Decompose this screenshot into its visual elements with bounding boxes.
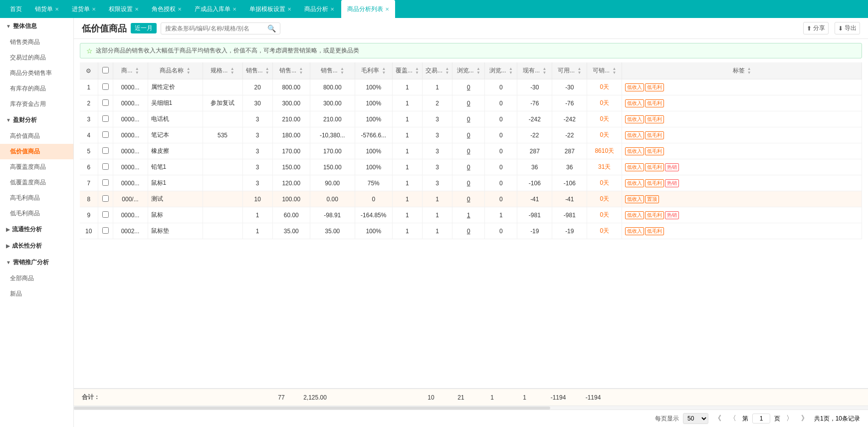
sidebar-item-category-sales-rate[interactable]: 商品分类销售率: [0, 65, 73, 81]
sidebar-item-stocked-products[interactable]: 有库存的商品: [0, 81, 73, 96]
nav-purchase-order[interactable]: 进货单 ✕: [66, 0, 102, 18]
view-count-link[interactable]: 0: [467, 180, 470, 187]
cell-salable: 0天: [587, 111, 622, 127]
chevron-right-icon: ▶: [6, 243, 10, 249]
sidebar-item-high-coverage[interactable]: 高覆盖度商品: [0, 159, 73, 175]
nav-permission[interactable]: 权限设置 ✕: [103, 0, 145, 18]
sidebar-item-all-products[interactable]: 全部商品: [0, 271, 73, 286]
tag-badge: 低毛利: [645, 115, 664, 123]
page-number-input[interactable]: [752, 414, 770, 424]
cell-checkbox: [98, 79, 113, 95]
cell-checkbox: [98, 143, 113, 159]
nav-role-auth[interactable]: 角色授权 ✕: [146, 0, 188, 18]
sidebar-item-traded-products[interactable]: 交易过的商品: [0, 50, 73, 65]
close-icon[interactable]: ✕: [385, 6, 389, 12]
row-checkbox[interactable]: [102, 131, 109, 138]
prev-page-button[interactable]: 〈: [727, 413, 738, 424]
sidebar-item-low-margin[interactable]: 低毛利商品: [0, 206, 73, 221]
first-page-button[interactable]: 《: [712, 413, 723, 424]
close-icon[interactable]: ✕: [287, 6, 291, 12]
view-count-link[interactable]: 1: [467, 212, 470, 219]
next-page-button[interactable]: 〉: [784, 413, 795, 424]
sidebar-group-profit[interactable]: ▼ 盈财分析: [0, 112, 73, 128]
row-checkbox[interactable]: [102, 195, 109, 202]
cell-checkbox: [98, 175, 113, 191]
row-checkbox[interactable]: [102, 115, 109, 122]
row-checkbox[interactable]: [102, 211, 109, 218]
row-checkbox[interactable]: [102, 147, 109, 154]
sidebar-item-stock-funds[interactable]: 库存资金占用: [0, 96, 73, 112]
close-icon[interactable]: ✕: [330, 6, 334, 12]
sidebar-group-overall[interactable]: ▼ 整体信息: [0, 18, 73, 34]
close-icon[interactable]: ✕: [135, 6, 139, 12]
cell-tags: 低收入低毛利热销: [622, 159, 862, 175]
table-container: ⚙ 商... ▲▼ 商品名称 ▲▼ 规格... ▲▼ 销售... ▲▼ 销售..…: [74, 62, 868, 388]
search-input[interactable]: [165, 25, 265, 32]
view-count-link[interactable]: 0: [467, 116, 470, 123]
nav-product-analysis-list[interactable]: 商品分析列表 ✕: [341, 0, 395, 18]
cell-amount: 90.00: [310, 175, 355, 191]
view-count-link[interactable]: 0: [467, 196, 470, 203]
per-page-select[interactable]: 50 100: [683, 413, 708, 424]
row-checkbox[interactable]: [102, 179, 109, 186]
search-box: 🔍: [161, 22, 280, 34]
cell-salable: 0天: [587, 223, 622, 239]
row-checkbox[interactable]: [102, 227, 109, 234]
col-settings[interactable]: ⚙: [80, 62, 98, 79]
cell-coverage: 1: [392, 223, 422, 239]
select-all-checkbox[interactable]: [102, 67, 109, 73]
sidebar-item-high-margin[interactable]: 高毛利商品: [0, 190, 73, 206]
view-count-link[interactable]: 0: [467, 100, 470, 107]
view-count-link[interactable]: 0: [467, 84, 470, 91]
cell-price: 300.00: [272, 95, 310, 111]
header-right: ⬆ 分享 ⬇ 导出: [803, 22, 860, 34]
close-icon[interactable]: ✕: [232, 6, 236, 12]
sidebar-item-sales-products[interactable]: 销售类商品: [0, 34, 73, 50]
row-checkbox[interactable]: [102, 83, 109, 90]
cell-margin: 100%: [355, 223, 392, 239]
export-button[interactable]: ⬇ 导出: [835, 22, 860, 34]
sidebar-item-high-value[interactable]: 高价值商品: [0, 128, 73, 144]
cell-margin: 0: [355, 191, 392, 207]
nav-sales-order[interactable]: 销货单 ✕: [29, 0, 65, 18]
chevron-down-icon: ▼: [6, 23, 11, 29]
last-page-button[interactable]: 》: [799, 413, 810, 424]
cell-trade: 1: [423, 191, 452, 207]
date-filter-tag[interactable]: 近一月: [131, 23, 157, 33]
close-icon[interactable]: ✕: [55, 6, 59, 12]
sidebar-group-growth[interactable]: ▶ 成长性分析: [0, 238, 73, 254]
view-count-link[interactable]: 0: [467, 228, 470, 235]
search-icon[interactable]: 🔍: [267, 24, 276, 32]
sidebar-item-low-value[interactable]: 低价值商品: [0, 144, 73, 159]
view-count-link[interactable]: 0: [467, 132, 470, 139]
cell-tags: 低收入低毛利: [622, 95, 862, 111]
view-count-link[interactable]: 0: [467, 164, 470, 171]
cell-salable: 0天: [587, 79, 622, 95]
close-icon[interactable]: ✕: [92, 6, 96, 12]
close-icon[interactable]: ✕: [178, 6, 182, 12]
cell-checkbox: [98, 95, 113, 111]
summary-trade: 21: [446, 394, 476, 401]
sidebar-item-new-products[interactable]: 新品: [0, 286, 73, 302]
cell-view1: 0: [452, 111, 485, 127]
cell-spec: [203, 191, 242, 207]
share-button[interactable]: ⬆ 分享: [803, 22, 829, 34]
sidebar-group-liquidity[interactable]: ▶ 流通性分析: [0, 221, 73, 238]
cell-margin: 100%: [355, 95, 392, 111]
nav-product-analysis[interactable]: 商品分析 ✕: [298, 0, 340, 18]
nav-template[interactable]: 单据模板设置 ✕: [243, 0, 297, 18]
cell-margin: 100%: [355, 111, 392, 127]
sidebar-item-low-coverage[interactable]: 低覆盖度商品: [0, 175, 73, 190]
cell-amount: 35.00: [310, 223, 355, 239]
cell-available: -30: [552, 79, 587, 95]
cell-checkbox: [98, 127, 113, 143]
nav-home[interactable]: 首页: [4, 0, 28, 18]
cell-checkbox: [98, 159, 113, 175]
col-qty: 销售... ▲▼: [242, 62, 272, 79]
sidebar-group-marketing[interactable]: ▼ 营销推广分析: [0, 254, 73, 271]
row-checkbox[interactable]: [102, 99, 109, 106]
row-checkbox[interactable]: [102, 163, 109, 170]
cell-price: 210.00: [272, 111, 310, 127]
nav-product-stock[interactable]: 产成品入库单 ✕: [189, 0, 242, 18]
view-count-link[interactable]: 0: [467, 148, 470, 155]
